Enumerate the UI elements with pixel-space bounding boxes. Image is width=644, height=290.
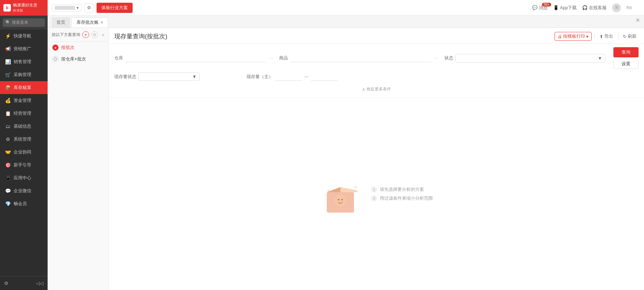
product-more-button[interactable]: ··· — [433, 55, 440, 61]
system-icon: ⚙ — [5, 136, 11, 142]
sidebar-item-purchase[interactable]: 🛒 采购管理 — [0, 68, 48, 81]
page-title: 现存量查询(按批次) — [114, 32, 167, 40]
app-edition: 标准版 — [13, 8, 37, 13]
add-plan-button[interactable]: + — [82, 31, 89, 38]
tab-home[interactable]: 首页 — [52, 17, 70, 28]
app-logo: b — [3, 4, 11, 12]
svg-point-0 — [54, 58, 57, 60]
left-panel-collapse-button[interactable]: « — [102, 32, 104, 37]
export-icon: ⬆ — [599, 34, 603, 39]
stock-qty-range: — — [275, 73, 338, 81]
sidebar-item-system[interactable]: ⚙ 系统管理 — [0, 133, 48, 146]
sidebar-item-quick-nav[interactable]: ⚡ 快捷导航 — [0, 30, 48, 42]
warehouse-label: 仓库 — [114, 55, 123, 61]
divider2 — [618, 34, 618, 39]
empty-state: 1 请先选择要分析的方案 2 用过滤条件来缩小分析范围 — [109, 98, 644, 290]
vip-icon: 💎 — [5, 201, 11, 207]
filter-area: 仓库 ··· 商品 ··· 状态 ▼ — [109, 44, 644, 98]
print-button[interactable]: 🖨 按模板打印 ▾ — [555, 32, 592, 41]
product-filter: 商品 ··· — [279, 54, 440, 62]
sidebar-header: b 畅康通好生意 标准版 — [0, 0, 48, 16]
refresh-button[interactable]: ↻ 刷新 — [621, 32, 639, 40]
product-label: 商品 — [279, 55, 288, 61]
operations-icon: 📋 — [5, 110, 11, 116]
left-panel-header: 按以下方案查询 + ⊙ « — [48, 28, 108, 42]
plan-item-batch[interactable]: ● 按批次 — [48, 42, 108, 53]
sidebar-footer: ⚙ ◁◁ — [0, 276, 48, 290]
collapse-filter-button[interactable]: ∧ 收起更多条件 — [114, 84, 639, 94]
sidebar-item-inventory[interactable]: 📦 库存核算 — [0, 81, 48, 94]
quick-nav-icon: ⚡ — [5, 33, 11, 39]
enterprise-icon: 🤝 — [5, 149, 11, 155]
dropdown-text — [55, 6, 75, 10]
hint-text-1: 请先选择要分析的方案 — [380, 186, 424, 193]
sidebar-item-vip[interactable]: 💎 畅会员 — [0, 197, 48, 210]
range-dash: — — [304, 74, 309, 79]
hint-num-1: 1 — [371, 186, 377, 193]
warehouse-input[interactable] — [125, 54, 266, 62]
stock-status-dropdown[interactable]: ▼ — [138, 72, 200, 81]
topbar-dropdown[interactable]: ▾ — [52, 4, 82, 12]
sidebar-item-finance[interactable]: 💰 资金管理 — [0, 94, 48, 107]
warehouse-more-button[interactable]: ··· — [268, 55, 275, 61]
stock-qty-min-input[interactable] — [275, 73, 302, 81]
inventory-icon: 📦 — [5, 85, 11, 91]
hint-text-2: 用过滤条件来缩小分析范围 — [380, 195, 433, 201]
topbar: ▾ ⚙ 体验行业方案 💬 消息 99+ 📱 App下载 🎧 在线客服 用 — [48, 0, 644, 16]
print-dropdown-icon[interactable]: ▾ — [586, 34, 589, 39]
marketing-icon: 📢 — [5, 46, 11, 52]
svg-point-2 — [334, 195, 346, 207]
sidebar-item-app-center[interactable]: 📱 应用中心 — [0, 171, 48, 184]
collapse-icon: ∧ — [362, 87, 365, 92]
sidebar-item-sales[interactable]: 📊 销售管理 — [0, 55, 48, 68]
sidebar-search[interactable]: 🔍 搜索菜单 — [0, 16, 48, 30]
svg-point-6 — [354, 186, 357, 188]
messages-button[interactable]: 💬 消息 99+ — [532, 5, 548, 11]
online-service-button[interactable]: 🎧 在线客服 — [582, 5, 607, 11]
warehouse-filter: 仓库 ··· — [114, 54, 275, 62]
print-icon: 🖨 — [558, 34, 562, 39]
search-icon: 🔍 — [5, 20, 11, 25]
export-button[interactable]: ⬆ 导出 — [597, 32, 615, 40]
plan-item-warehouse-batch[interactable]: 按仓库+批次 — [48, 53, 108, 65]
tab-inventory-batch[interactable]: 库存批次账 × — [71, 17, 108, 28]
plan-dot-warehouse-batch — [52, 56, 58, 62]
gear-icon: ⚙ — [87, 5, 91, 10]
tab-close-icon[interactable]: × — [101, 20, 103, 25]
action-buttons: 查询 设置 — [609, 47, 639, 69]
phone-icon: 📱 — [553, 5, 559, 10]
plan-settings-button[interactable]: ⊙ — [91, 31, 98, 38]
sidebar-collapse-button[interactable]: ◁◁ — [35, 279, 45, 287]
sidebar-item-enterprise[interactable]: 🤝 企业协同 — [0, 146, 48, 159]
status-filter: 状态 ▼ — [444, 54, 605, 62]
experience-industry-button[interactable]: 体验行业方案 — [97, 3, 133, 13]
user-avatar[interactable]: 用 — [612, 3, 621, 12]
sidebar-item-newbie[interactable]: 🎯 新手引导 — [0, 159, 48, 171]
divider — [594, 34, 595, 39]
plan-dot-batch: ● — [52, 44, 58, 51]
status-dropdown-icon: ▼ — [598, 56, 602, 61]
sidebar-nav: ⚡ 快捷导航 📢 营销推广 📊 销售管理 🛒 采购管理 📦 库存核算 💰 资金管… — [0, 30, 48, 276]
stock-qty-max-input[interactable] — [311, 73, 338, 81]
query-button[interactable]: 查询 — [613, 47, 639, 57]
empty-hint-2: 2 用过滤条件来缩小分析范围 — [371, 195, 433, 201]
sidebar-item-marketing[interactable]: 📢 营销推广 — [0, 42, 48, 55]
sidebar-item-enterprise-wechat[interactable]: 💬 企业微信 — [0, 184, 48, 197]
app-center-icon: 📱 — [5, 175, 11, 181]
status-label: 状态 — [444, 55, 453, 61]
hint-num-2: 2 — [371, 195, 377, 201]
sidebar-settings-button[interactable]: ⚙ — [3, 279, 10, 287]
app-download-button[interactable]: 📱 App下载 — [553, 5, 577, 11]
panel-close-button[interactable]: ✕ — [635, 17, 640, 23]
sidebar-item-basics[interactable]: 🗂 基础信息 — [0, 120, 48, 133]
svg-point-3 — [338, 199, 339, 200]
search-menu-item[interactable]: 🔍 搜索菜单 — [3, 18, 45, 27]
purchase-icon: 🛒 — [5, 72, 11, 78]
right-content: 现存量查询(按批次) 🖨 按模板打印 ▾ ⬆ 导出 ↻ 刷 — [109, 28, 644, 290]
topbar-gear-button[interactable]: ⚙ — [84, 3, 94, 13]
setup-button[interactable]: 设置 — [613, 59, 639, 69]
product-input[interactable] — [290, 54, 430, 62]
status-dropdown[interactable]: ▼ — [455, 54, 605, 62]
sidebar-item-operations[interactable]: 📋 经营管理 — [0, 107, 48, 120]
left-panel: 按以下方案查询 + ⊙ « ● 按批次 按仓库+批次 — [48, 28, 109, 290]
